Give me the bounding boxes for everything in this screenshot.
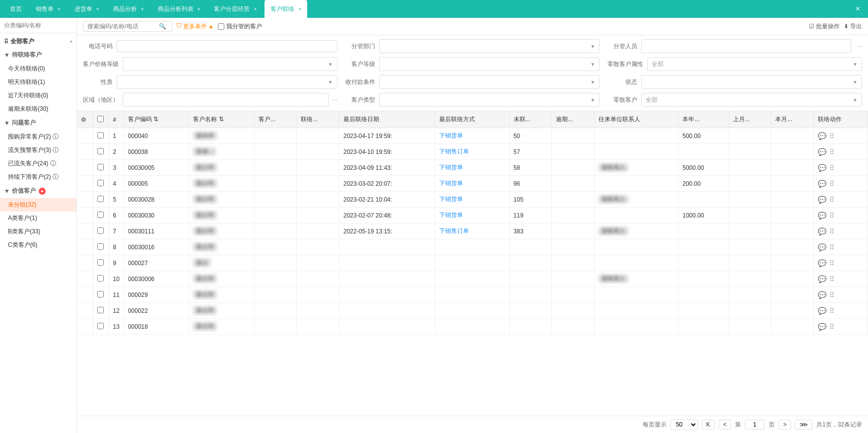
close-product-analysis[interactable]: × (141, 6, 144, 12)
all-customers-header[interactable]: ⠿ 全部客户 « (0, 33, 76, 48)
collapse-icon[interactable]: « (69, 39, 72, 44)
row-checkbox[interactable] (93, 176, 109, 192)
nav-customer-segment[interactable]: 客户分层经营 × (208, 0, 263, 18)
contact-icon[interactable]: 💬 (818, 196, 826, 204)
nav-sales-order[interactable]: 销售单 × (30, 0, 67, 18)
row-checkbox[interactable] (93, 208, 109, 223)
nav-customer-contact[interactable]: 客户联络 × (265, 0, 307, 18)
prev-page-btn[interactable]: < (719, 420, 731, 430)
row-checkbox[interactable] (93, 255, 109, 271)
price-level-select[interactable]: ▼ (123, 57, 337, 71)
sidebar-item-today[interactable]: 今天待联络(0) (0, 62, 76, 75)
close-customer-segment[interactable]: × (254, 6, 257, 12)
contact-icon[interactable]: 💬 (818, 180, 826, 188)
sidebar-item-churned[interactable]: 已流失客户(24) ⓘ (0, 157, 76, 170)
row-checkbox[interactable] (93, 271, 109, 287)
contact-col[interactable]: 联络... (297, 111, 339, 128)
select-all-checkbox[interactable] (97, 116, 104, 122)
row-last-contact-method[interactable] (435, 255, 509, 271)
batch-operation-btn[interactable]: ☑ 批量操作 (809, 22, 840, 31)
more-icon[interactable]: ⠿ (829, 259, 834, 267)
contact-icon[interactable]: 💬 (818, 132, 826, 140)
next-page-btn[interactable]: > (779, 420, 791, 430)
close-customer-contact[interactable]: × (298, 6, 301, 12)
window-close-button[interactable]: × (852, 4, 864, 13)
row-checkbox[interactable] (93, 128, 109, 144)
nav-product-analysis-list[interactable]: 商品分析列表 × (152, 0, 206, 18)
code-col[interactable]: 客户编码 ⇅ (124, 111, 189, 128)
more-icon[interactable]: ⠿ (829, 164, 834, 172)
export-btn[interactable]: ⬇ 导出 (844, 22, 862, 31)
nature-select[interactable]: ▼ (117, 75, 337, 89)
this-month-col[interactable]: 本月... (771, 111, 814, 128)
more-conditions-btn[interactable]: ⛉ 更多条件 ▲ (176, 22, 214, 31)
sidebar-item-ungroup[interactable]: 未分组(32) (0, 198, 76, 212)
sidebar-item-class-c[interactable]: C类客户(6) (0, 238, 76, 252)
row-last-contact-method[interactable] (435, 239, 509, 255)
page-number-input[interactable] (745, 420, 765, 430)
more-icon[interactable]: ⠿ (829, 148, 834, 156)
contact-icon[interactable]: 💬 (818, 307, 826, 315)
row-checkbox[interactable] (93, 160, 109, 176)
row-last-contact-method[interactable]: 下销售订单 (435, 144, 509, 160)
sidebar-item-overdue[interactable]: 逾期未联络(30) (0, 102, 76, 116)
my-customers-checkbox[interactable]: 我分管的客户 (218, 22, 262, 31)
region-dots[interactable]: ··· (333, 96, 337, 103)
row-last-contact-method[interactable] (435, 319, 509, 335)
sidebar-item-hoarding[interactable]: 囤购异常客户(2) ⓘ (0, 130, 76, 144)
close-product-analysis-list[interactable]: × (198, 6, 200, 12)
payment-select[interactable]: ▼ (379, 75, 600, 89)
row-last-contact-method[interactable]: 下销售订单 (435, 223, 509, 239)
more-icon[interactable]: ⠿ (829, 323, 834, 331)
sidebar-item-class-a[interactable]: A类客户(1) (0, 212, 76, 225)
more-icon[interactable]: ⠿ (829, 307, 834, 315)
row-last-contact-method[interactable] (435, 287, 509, 303)
value-customers-header[interactable]: ▼ 价值客户 ● (0, 184, 76, 198)
contact-icon[interactable]: 💬 (818, 291, 826, 299)
row-checkbox[interactable] (93, 144, 109, 160)
row-checkbox[interactable] (93, 239, 109, 255)
last-month-col[interactable]: 上月... (729, 111, 771, 128)
contact-icon[interactable]: 💬 (818, 259, 826, 267)
nav-home[interactable]: 首页 (4, 3, 28, 15)
sidebar-item-class-b[interactable]: B类客户(33) (0, 225, 76, 238)
pending-contact-header[interactable]: ▼ 待联络客户 (0, 48, 76, 62)
sidebar-item-churn-warning[interactable]: 流失预警客户(3) ⓘ (0, 144, 76, 157)
this-year-col[interactable]: 本年... (678, 111, 729, 128)
region-select[interactable] (123, 93, 329, 107)
nav-purchase-order[interactable]: 进货单 × (68, 0, 105, 18)
main-search-input[interactable] (87, 23, 157, 30)
more-icon[interactable]: ⠿ (829, 212, 834, 219)
problem-customers-header[interactable]: ▼ 问题客户 (0, 116, 76, 130)
contact-icon[interactable]: 💬 (818, 164, 826, 172)
last-contact-date-col[interactable]: 最后联络日期 (339, 111, 435, 128)
row-checkbox[interactable] (93, 287, 109, 303)
row-checkbox[interactable] (93, 303, 109, 319)
dept-select[interactable]: ▼ (379, 39, 600, 53)
row-last-contact-method[interactable]: 下销货单 (435, 128, 509, 144)
row-last-contact-method[interactable] (435, 303, 509, 319)
sidebar-search-input[interactable] (4, 22, 77, 29)
retail-select[interactable]: 全部 ▼ (641, 93, 862, 107)
contact-icon[interactable]: 💬 (818, 148, 826, 156)
status-select[interactable]: ▼ (641, 75, 862, 89)
sidebar-item-7days[interactable]: 近7天待联络(0) (0, 89, 76, 102)
row-last-contact-method[interactable]: 下销货单 (435, 208, 509, 223)
person-select[interactable] (641, 39, 851, 53)
contact-icon[interactable]: 💬 (818, 212, 826, 219)
last-page-btn[interactable]: ⋙ (795, 420, 812, 430)
row-last-contact-method[interactable] (435, 271, 509, 287)
close-sales-order[interactable]: × (58, 6, 61, 12)
row-checkbox[interactable] (93, 223, 109, 239)
customer-type-col[interactable]: 客户... (254, 111, 297, 128)
contact-icon[interactable]: 💬 (818, 323, 826, 331)
not-contacted-col[interactable]: 未联... (509, 111, 552, 128)
more-icon[interactable]: ⠿ (829, 132, 834, 140)
contact-icon[interactable]: 💬 (818, 243, 826, 251)
my-customers-check[interactable] (218, 23, 224, 30)
overdue-col[interactable]: 逾期... (552, 111, 595, 128)
first-page-btn[interactable]: K (702, 420, 715, 430)
sidebar-item-tomorrow[interactable]: 明天待联络(1) (0, 75, 76, 89)
contact-icon[interactable]: 💬 (818, 227, 826, 235)
row-last-contact-method[interactable]: 下销货单 (435, 192, 509, 208)
